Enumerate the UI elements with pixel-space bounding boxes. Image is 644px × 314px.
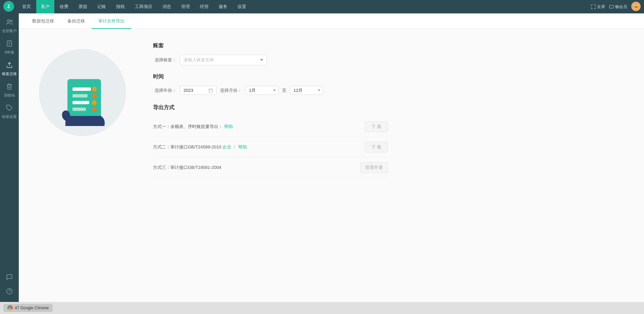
fullscreen-btn[interactable]: 全屏 [591, 4, 605, 10]
svg-rect-21 [209, 89, 213, 92]
zero-filing-icon [6, 40, 13, 49]
sidebar-item-all-customers[interactable]: 全部客户 [1, 16, 18, 36]
export-section: 导出方式 方式一：余额表、序时账批量导出： 帮助 下 载 方式二：审计接口GB/… [153, 104, 388, 178]
sidebar-label-tag-settings: 标签设置 [2, 114, 17, 119]
nav-item-customer[interactable]: 客户 [36, 0, 54, 13]
export-method-2-label: 方式二：审计接口GB/T24589-2010 企业 ： 帮助 [153, 144, 247, 150]
year-label: 选择年份： [153, 87, 176, 93]
svg-rect-15 [72, 101, 89, 104]
sidebar-item-zero-filing[interactable]: 0申报 [1, 38, 18, 58]
year-value: 2023 [183, 88, 206, 93]
account-label: 选择账套： [153, 57, 176, 63]
export-method-1-label: 方式一：余额表、序时账批量导出： 帮助 [153, 124, 233, 130]
account-migration-icon [6, 62, 13, 70]
sidebar: 全部客户 0申报 账套迁移 回收站 标签设置 [0, 13, 19, 302]
sidebar-label-zero-filing: 0申报 [5, 50, 14, 55]
year-input[interactable]: 2023 [180, 86, 217, 95]
nav-item-home[interactable]: 首页 [17, 0, 36, 13]
nav-item-fee[interactable]: 收费 [55, 0, 73, 13]
avatar[interactable]: 🐱 [631, 2, 641, 12]
recycle-icon [6, 83, 13, 91]
nav-item-bookkeeping[interactable]: 记账 [93, 0, 111, 13]
sidebar-label-all-customers: 全部客户 [2, 28, 17, 34]
svg-point-6 [10, 20, 12, 22]
nav-item-operation[interactable]: 经营 [195, 0, 213, 13]
content-area: 数据包迁移 备份迁移 审计文件导出 [19, 13, 644, 302]
illustration-area [39, 42, 126, 289]
account-row: 选择账套： 请输入账套名称 [153, 55, 388, 65]
dropdown-icon [260, 58, 263, 62]
taskbar: 47 Google Chrome [0, 302, 644, 314]
illustration-circle [39, 49, 126, 136]
svg-point-20 [92, 107, 97, 112]
nav-item-service[interactable]: 服务 [214, 0, 232, 13]
svg-point-18 [92, 93, 97, 98]
account-placeholder: 请输入账套名称 [183, 57, 214, 63]
chrome-icon [7, 305, 13, 311]
svg-point-5 [7, 20, 10, 22]
method-2-help-link[interactable]: 帮助 [238, 144, 247, 149]
time-row: 选择年份： 2023 选择月份： 1月2月3月4月 5月6月7月8月 9月10月… [153, 86, 388, 95]
export-title: 导出方式 [153, 104, 388, 111]
page-content: 账套 选择账套： 请输入账套名称 时间 选择年份： [19, 29, 644, 302]
svg-point-19 [92, 100, 97, 105]
top-nav: Z 首页 客户 收费 票据 记账 报税 工商项目 消息 管理 经营 服务 设置 … [0, 0, 644, 13]
nav-item-manage[interactable]: 管理 [176, 0, 195, 13]
svg-rect-14 [72, 94, 88, 98]
time-title: 时间 [153, 73, 388, 80]
tab-backup-migration[interactable]: 备份迁移 [61, 13, 92, 29]
svg-rect-13 [72, 87, 91, 91]
nav-item-message[interactable]: 消息 [158, 0, 176, 13]
logo: Z [3, 1, 14, 13]
nav-items: 首页 客户 收费 票据 记账 报税 工商项目 消息 管理 经营 服务 设置 [17, 0, 591, 13]
sidebar-bottom [1, 271, 18, 302]
svg-point-17 [92, 87, 97, 91]
sidebar-item-recycle[interactable]: 回收站 [1, 80, 18, 101]
svg-rect-2 [609, 5, 613, 8]
export-method-3-label: 方式三：审计接口GB/T19581-2004 [153, 165, 221, 171]
chat-icon [6, 274, 13, 281]
sidebar-item-chat[interactable] [1, 271, 18, 284]
account-title: 账套 [153, 42, 388, 49]
method-1-help-link[interactable]: 帮助 [224, 124, 233, 129]
method-2-download-btn[interactable]: 下 载 [365, 142, 388, 152]
method-3-open-btn[interactable]: 暂缓开通 [360, 162, 388, 173]
nav-item-business[interactable]: 工商项目 [130, 0, 157, 13]
export-method-2: 方式二：审计接口GB/T24589-2010 企业 ： 帮助 下 载 [153, 137, 388, 158]
form-area: 账套 选择账套： 请输入账套名称 时间 选择年份： [153, 42, 388, 289]
svg-text:Z: Z [7, 4, 10, 9]
tab-data-migration[interactable]: 数据包迁移 [25, 13, 61, 29]
export-method-3: 方式三：审计接口GB/T19581-2004 暂缓开通 [153, 158, 388, 178]
svg-text:🐱: 🐱 [633, 4, 639, 9]
to-text: 至 [282, 87, 286, 93]
sidebar-label-account-migration: 账套迁移 [2, 71, 17, 76]
month-start-select[interactable]: 1月2月3月4月 5月6月7月8月 9月10月11月12月 [245, 86, 279, 95]
nav-item-settings[interactable]: 设置 [233, 0, 251, 13]
all-customers-icon [6, 19, 13, 27]
sidebar-item-help[interactable] [1, 285, 18, 298]
nav-item-invoice[interactable]: 票据 [74, 0, 92, 13]
calendar-icon [208, 88, 213, 93]
sidebar-item-account-migration[interactable]: 账套迁移 [1, 59, 18, 79]
account-section: 账套 选择账套： 请输入账套名称 [153, 42, 388, 65]
nav-right: 全屏 畅会员 🐱 [591, 2, 641, 12]
help-icon [6, 288, 13, 295]
export-method-1: 方式一：余额表、序时账批量导出： 帮助 下 载 [153, 117, 388, 137]
tab-audit-export[interactable]: 审计文件导出 [92, 13, 131, 29]
tag-settings-icon [6, 105, 13, 113]
taskbar-chrome-item[interactable]: 47 Google Chrome [3, 304, 53, 312]
svg-rect-16 [72, 108, 86, 111]
svg-point-10 [7, 289, 12, 294]
member-btn[interactable]: 畅会员 [609, 4, 627, 10]
time-section: 时间 选择年份： 2023 选择月份： 1月2月3月4月 5月6月7月8月 9月… [153, 73, 388, 95]
main-layout: 全部客户 0申报 账套迁移 回收站 标签设置 [0, 13, 644, 302]
nav-item-tax[interactable]: 报税 [111, 0, 129, 13]
method-1-download-btn[interactable]: 下 载 [365, 121, 388, 132]
month-end-select[interactable]: 1月2月3月4月 5月6月7月8月 9月10月11月12月 [290, 86, 323, 95]
tab-bar: 数据包迁移 备份迁移 审计文件导出 [19, 13, 644, 29]
sidebar-label-recycle: 回收站 [4, 93, 15, 98]
sidebar-item-tag-settings[interactable]: 标签设置 [1, 102, 18, 122]
account-select-input[interactable]: 请输入账套名称 [180, 55, 267, 65]
month-label: 选择月份： [220, 87, 242, 93]
method-2-company: 企业 [222, 144, 231, 149]
